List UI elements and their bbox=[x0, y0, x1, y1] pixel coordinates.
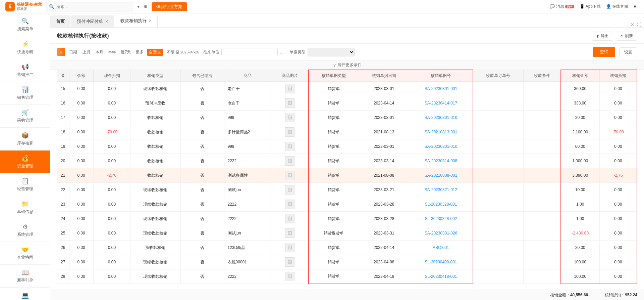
cell-cancel-bill-no[interactable]: SA-20230301-010 bbox=[409, 139, 473, 154]
main-layout: 🔍 搜索菜单 ⚡ 快捷导航 📢 营销推广 📊 销售管理 🛒 采购管理 📦 库存核… bbox=[0, 13, 644, 300]
cancel-bill-no-link[interactable]: SL-20230418-001 bbox=[425, 274, 457, 279]
window-close-icon[interactable]: ✕ bbox=[631, 22, 634, 27]
cell-receipt-order-no bbox=[473, 241, 523, 255]
cell-cancel-bill-no[interactable]: SL-20230328-001 bbox=[409, 197, 473, 212]
export-button[interactable]: ⬆ 导出 bbox=[592, 32, 613, 41]
cell-balance: 0.00 bbox=[69, 241, 93, 255]
sidebar-item-guide[interactable]: 📖 新手引导 bbox=[0, 265, 50, 288]
cell-receipt-order-no bbox=[473, 111, 523, 125]
partner-input[interactable] bbox=[221, 48, 278, 56]
search-box[interactable]: 🔍 bbox=[46, 2, 133, 11]
top-bar-right: 💬 消息 99+ 📱 App下载 👤 在线客服 Rit bbox=[550, 4, 639, 9]
cell-receipt-condition bbox=[523, 269, 560, 284]
cell-cancel-bill-no[interactable]: SA-20230321-012 bbox=[409, 183, 473, 197]
col-cancel-bill-no: 核销单据号 bbox=[409, 70, 473, 82]
date-this-year[interactable]: 本年 bbox=[107, 49, 117, 56]
sidebar-item-marketing[interactable]: 📢 营销推广 bbox=[0, 59, 50, 82]
goods-image: 🖼 bbox=[285, 185, 294, 195]
goods-image: 🖼 bbox=[285, 228, 294, 238]
cell-cancel-bill-no[interactable]: SA-20230301-001 bbox=[409, 82, 473, 96]
col-goods-img: 商品图片 bbox=[271, 70, 309, 82]
tab-prepay[interactable]: 预付冲应付单 ✕ bbox=[71, 15, 114, 27]
sidebar-item-search[interactable]: 🔍 搜索菜单 bbox=[0, 13, 50, 36]
cancel-bill-no-link[interactable]: SA-20230321-012 bbox=[425, 187, 457, 192]
date-last-month[interactable]: 上月 bbox=[81, 49, 92, 56]
messages-link[interactable]: 💬 消息 99+ bbox=[550, 4, 574, 9]
col-settings[interactable]: ⚙ bbox=[57, 70, 69, 82]
cell-cancel-bill-no[interactable]: SL-20230328-002 bbox=[409, 212, 473, 226]
sidebar-item-system[interactable]: ⚙ 系统管理 bbox=[0, 219, 50, 242]
sidebar-item-quick-nav[interactable]: ⚡ 快捷导航 bbox=[0, 36, 50, 59]
tab-receipt-cancel-close[interactable]: ✕ bbox=[149, 18, 152, 23]
cancel-bill-no-link[interactable]: SL-20230328-001 bbox=[425, 202, 457, 207]
cancel-bill-no-link[interactable]: ABC-001 bbox=[433, 245, 449, 250]
cell-cancel-bill-no[interactable]: SA-20230414-017 bbox=[409, 96, 473, 111]
cell-no: 24 bbox=[57, 212, 69, 226]
sidebar-item-sales[interactable]: 📊 销售管理 bbox=[0, 82, 50, 105]
col-cash-discount: 现金折扣 bbox=[93, 70, 130, 82]
cell-cancel-bill-no[interactable]: SL-20230418-001 bbox=[409, 269, 473, 284]
app-download-link[interactable]: 📱 App下载 bbox=[580, 4, 601, 9]
sidebar-item-finance[interactable]: 💰 资金管理 bbox=[0, 151, 50, 173]
sidebar-item-purchase[interactable]: 🛒 采购管理 bbox=[0, 105, 50, 128]
cell-cancel-bill-no[interactable]: SA-20210813-001 bbox=[409, 125, 473, 139]
cancel-bill-no-link[interactable]: SA-20230301-010 bbox=[425, 144, 457, 149]
cancel-bill-no-link[interactable]: SA-20230414-017 bbox=[425, 101, 457, 105]
cell-cancel-bill-no[interactable]: SA-20230331-026 bbox=[409, 226, 473, 241]
cancel-bill-no-link[interactable]: SA-20230331-026 bbox=[425, 231, 457, 235]
cell-cancel-bill-no[interactable]: SA-20230314-008 bbox=[409, 154, 473, 168]
cell-goods-img: 🖼 bbox=[271, 183, 309, 197]
gear-icon[interactable]: ⚙ bbox=[144, 4, 148, 9]
filter-expand-button[interactable]: » bbox=[57, 48, 65, 56]
sidebar-item-hardware[interactable]: 💻 智能硬件 bbox=[0, 288, 50, 300]
cell-goods-img: 🖼 bbox=[271, 241, 309, 255]
sidebar-item-base-info[interactable]: 📁 基础信息 bbox=[0, 196, 50, 219]
date-this-month[interactable]: 本月 bbox=[94, 49, 105, 56]
user-label[interactable]: Rit bbox=[634, 4, 639, 9]
query-button[interactable]: 查询 bbox=[593, 47, 615, 57]
date-more[interactable]: 更多 bbox=[134, 49, 145, 56]
sidebar-item-cooperation[interactable]: 🤝 企业协同 bbox=[0, 242, 50, 265]
cancel-bill-no-link[interactable]: SA-20230301-010 bbox=[425, 115, 457, 120]
dropdown-arrow[interactable]: ▾ bbox=[137, 4, 140, 9]
cell-cancel-discount: 0.00 bbox=[599, 183, 637, 197]
cancel-bill-no-link[interactable]: SA-20230301-001 bbox=[425, 86, 457, 91]
cell-receipt-condition bbox=[523, 197, 560, 212]
cell-cancel-type: 现续收款核销 bbox=[130, 212, 180, 226]
cancel-bill-no-link[interactable]: SL-20230408-001 bbox=[425, 260, 457, 264]
cell-cancel-amount: 100.00 bbox=[561, 255, 600, 269]
cell-cancel-bill-date: 2023-03-31 bbox=[359, 226, 409, 241]
window-maximize-icon[interactable]: ⛶ bbox=[637, 22, 641, 27]
goods-image: 🖼 bbox=[285, 243, 294, 252]
cell-cancel-bill-type: 销货单 bbox=[309, 139, 359, 154]
bill-type-select[interactable] bbox=[308, 48, 355, 56]
tab-prepay-close[interactable]: ✕ bbox=[105, 19, 108, 24]
refresh-button[interactable]: ↻ 刷新 bbox=[616, 32, 637, 41]
goods-image: 🖼 bbox=[285, 127, 294, 137]
cell-cancel-bill-no[interactable]: SA-20210808-001 bbox=[409, 168, 473, 183]
date-custom[interactable]: 自定义 bbox=[147, 49, 163, 56]
solution-button[interactable]: 体验行业方案 bbox=[152, 2, 187, 11]
search-input[interactable] bbox=[56, 4, 130, 9]
cell-cancel-bill-date: 2023-03-01 bbox=[359, 111, 409, 125]
cell-cancel-type: 收款核销 bbox=[130, 168, 180, 183]
online-service-link[interactable]: 👤 在线客服 bbox=[606, 4, 628, 9]
cell-cancel-type: 收款核销 bbox=[130, 154, 180, 168]
tab-home[interactable]: 首页 bbox=[50, 15, 70, 27]
sidebar-item-management[interactable]: 📋 经营管理 bbox=[0, 173, 50, 196]
cell-cancel-amount: -2,430.00 bbox=[561, 226, 600, 241]
cancel-bill-no-link[interactable]: SA-20210808-001 bbox=[425, 173, 457, 178]
date-7days[interactable]: 近7天 bbox=[119, 49, 132, 56]
goods-image: 🖼 bbox=[285, 214, 294, 223]
cancel-bill-no-link[interactable]: SA-20210813-001 bbox=[425, 130, 457, 134]
cancel-bill-no-link[interactable]: SL-20230328-002 bbox=[425, 216, 457, 221]
setting-button[interactable]: 设置 bbox=[619, 47, 637, 57]
cancel-bill-no-link[interactable]: SA-20230314-008 bbox=[425, 159, 457, 163]
cell-cancel-bill-no[interactable]: SA-20230301-010 bbox=[409, 111, 473, 125]
cell-cancel-bill-no[interactable]: SL-20230408-001 bbox=[409, 255, 473, 269]
sidebar-item-inventory[interactable]: 📦 库存核算 bbox=[0, 128, 50, 151]
expand-more-button[interactable]: ∨ 展开更多条件 bbox=[57, 62, 637, 68]
cell-cancel-bill-no[interactable]: ABC-001 bbox=[409, 241, 473, 255]
tab-receipt-cancel[interactable]: 收款核销执行 ✕ bbox=[115, 15, 158, 27]
col-goods: 商品 bbox=[224, 70, 271, 82]
